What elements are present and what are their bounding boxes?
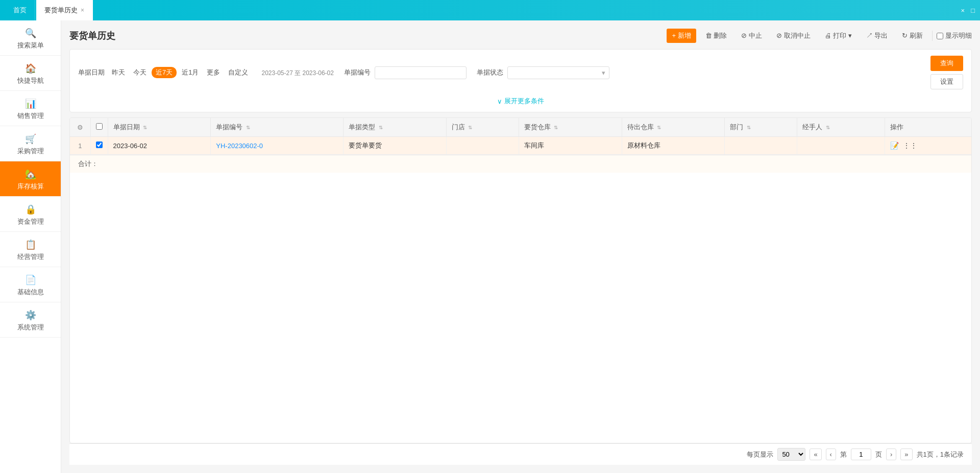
window-maximize-btn[interactable]: □ [971, 7, 975, 14]
finance-icon: 🔒 [25, 204, 36, 215]
tab-home-label: 首页 [13, 6, 27, 15]
sidebar-item-finance[interactable]: 🔒 资金管理 [0, 197, 61, 232]
th-req-warehouse-label: 要货仓库 [524, 123, 551, 131]
toolbar-divider [932, 31, 933, 41]
tab-history[interactable]: 要货单历史 × [36, 0, 93, 20]
total-info: 共1页，1条记录 [917, 450, 964, 459]
table-body: 1 2023-06-02 YH-20230602-0 要货单要货 [70, 137, 971, 155]
row-pending-warehouse: 原材料仓库 [627, 141, 660, 149]
date-shortcut-yesterday[interactable]: 昨天 [109, 67, 128, 78]
table-settings-icon[interactable]: ⚙ [77, 124, 83, 131]
row-order-no-link[interactable]: YH-20230602-0 [216, 142, 263, 150]
sidebar-item-sales[interactable]: 📊 销售管理 [0, 91, 61, 126]
td-req-warehouse: 车间库 [519, 137, 622, 155]
per-page-select[interactable]: 50 100 200 [777, 448, 805, 461]
settings-button[interactable]: 设置 [930, 74, 963, 89]
next-page-btn[interactable]: › [886, 448, 896, 460]
sidebar-item-quicknav[interactable]: 🏠 快捷导航 [0, 56, 61, 91]
sidebar-item-search[interactable]: 🔍 搜索菜单 [0, 20, 61, 56]
th-action-label: 操作 [890, 123, 903, 131]
expand-more-label: 展开更多条件 [504, 97, 544, 106]
expand-more-btn[interactable]: ∨ 展开更多条件 [497, 97, 544, 106]
row-action-icons: 📝 ⋮⋮ [890, 141, 966, 150]
sidebar-item-sales-label: 销售管理 [17, 111, 44, 121]
sidebar-item-operation[interactable]: 📋 经营管理 [0, 232, 61, 267]
sidebar-item-quicknav-label: 快捷导航 [17, 76, 44, 85]
refresh-button[interactable]: ↻ 刷新 [897, 29, 928, 43]
status-label: 单据状态 [477, 68, 503, 77]
query-button[interactable]: 查询 [930, 56, 963, 71]
filter-action-buttons: 查询 设置 [930, 56, 963, 89]
sidebar-item-finance-label: 资金管理 [17, 217, 44, 226]
status-select[interactable] [507, 66, 609, 79]
th-handler-sort[interactable]: ⇅ [826, 125, 830, 130]
date-shortcut-more[interactable]: 更多 [204, 67, 223, 78]
row-more-icon[interactable]: ⋮⋮ [903, 141, 917, 150]
th-dept-label: 部门 [730, 123, 743, 131]
date-filter-label: 单据日期 [78, 68, 105, 77]
tab-home[interactable]: 首页 [5, 0, 35, 20]
date-shortcut-today[interactable]: 今天 [130, 67, 150, 78]
th-settings[interactable]: ⚙ [70, 118, 90, 137]
th-type: 单据类型 ⇅ [344, 118, 447, 137]
cancel-stop-button[interactable]: ⊘ 取消中止 [771, 29, 816, 43]
status-select-wrap [507, 66, 609, 79]
sidebar-item-purchase[interactable]: 🛒 采购管理 [0, 126, 61, 161]
th-action: 操作 [885, 118, 971, 137]
page-unit: 页 [875, 450, 882, 459]
sidebar-item-basic-label: 基础信息 [17, 288, 44, 297]
th-order-no-label: 单据编号 [216, 123, 242, 131]
last-page-btn[interactable]: » [900, 448, 912, 460]
show-detail-checkbox[interactable] [937, 33, 943, 39]
date-shortcut-1month[interactable]: 近1月 [179, 67, 202, 78]
sidebar-item-inventory[interactable]: 🏡 库存核算 [0, 161, 61, 197]
th-date-label: 单据日期 [113, 123, 140, 131]
td-store [446, 137, 519, 155]
order-no-input[interactable] [375, 66, 467, 79]
order-no-filter-group: 单据编号 [344, 66, 467, 79]
date-shortcut-custom[interactable]: 自定义 [225, 67, 251, 78]
sales-icon: 📊 [25, 98, 36, 109]
page-label: 第 [840, 450, 847, 459]
row-edit-icon[interactable]: 📝 [890, 141, 899, 150]
stop-button[interactable]: ⊘ 中止 [736, 29, 767, 43]
export-button[interactable]: ↗ 导出 [861, 29, 893, 43]
search-icon: 🔍 [25, 28, 36, 39]
td-order-no[interactable]: YH-20230602-0 [211, 137, 344, 155]
sidebar-item-basic[interactable]: 📄 基础信息 [0, 267, 61, 302]
first-page-btn[interactable]: « [810, 448, 821, 460]
page-title: 要货单历史 [69, 30, 115, 42]
th-store-sort[interactable]: ⇅ [468, 125, 472, 130]
sidebar-item-system[interactable]: ⚙️ 系统管理 [0, 302, 61, 338]
delete-button[interactable]: 🗑 删除 [700, 29, 732, 43]
order-no-label: 单据编号 [344, 68, 371, 77]
pagination-bar: 每页显示 50 100 200 « ‹ 第 页 › » 共1页，1条记录 [69, 443, 972, 465]
window-close-btn[interactable]: × [961, 7, 965, 14]
row-date: 2023-06-02 [113, 142, 148, 150]
th-date: 单据日期 ⇅ [108, 118, 211, 137]
filter-bar: 单据日期 昨天 今天 近7天 近1月 更多 自定义 2023-05-27 至 2… [69, 49, 972, 112]
th-type-sort[interactable]: ⇅ [379, 125, 383, 130]
th-date-sort[interactable]: ⇅ [143, 125, 147, 130]
tab-history-close[interactable]: × [81, 7, 84, 14]
table-header-row: ⚙ 单据日期 ⇅ 单据编号 ⇅ [70, 118, 971, 137]
operation-icon: 📋 [25, 239, 36, 250]
td-handler [797, 137, 885, 155]
prev-page-btn[interactable]: ‹ [826, 448, 836, 460]
date-shortcut-7days[interactable]: 近7天 [152, 67, 177, 78]
show-detail-label: 显示明细 [937, 31, 972, 40]
th-pending-warehouse-sort[interactable]: ⇅ [657, 125, 661, 130]
filter-row-1: 单据日期 昨天 今天 近7天 近1月 更多 自定义 2023-05-27 至 2… [78, 56, 963, 89]
th-order-no-sort[interactable]: ⇅ [246, 125, 250, 130]
th-req-warehouse-sort[interactable]: ⇅ [554, 125, 558, 130]
row-checkbox[interactable] [96, 141, 103, 148]
print-button[interactable]: 🖨 打印 ▾ [820, 29, 857, 43]
row-num: 1 [78, 142, 82, 150]
new-button[interactable]: + 新增 [667, 29, 696, 43]
per-page-label: 每页显示 [747, 450, 773, 459]
expand-more-icon: ∨ [497, 98, 502, 105]
page-input[interactable] [851, 448, 871, 460]
inventory-icon: 🏡 [25, 169, 36, 180]
select-all-checkbox[interactable] [96, 123, 103, 130]
th-dept-sort[interactable]: ⇅ [747, 125, 751, 130]
